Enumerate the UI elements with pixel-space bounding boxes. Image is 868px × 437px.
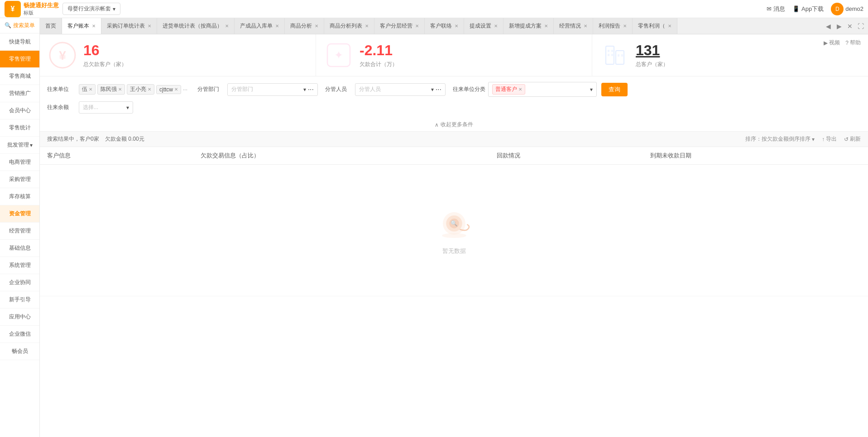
tab-close-icon[interactable]: ✕ bbox=[148, 24, 151, 28]
user-profile[interactable]: D demo2 bbox=[831, 3, 863, 15]
tab-scroll-right-button[interactable]: ▶ bbox=[834, 22, 844, 31]
tab-close-icon[interactable]: ✕ bbox=[225, 24, 229, 28]
tab-close-icon[interactable]: ✕ bbox=[315, 24, 318, 28]
sidebar-search[interactable]: 🔍 搜索菜单 bbox=[0, 18, 39, 33]
tab-customer-contact[interactable]: 客户联络 ✕ bbox=[425, 18, 464, 34]
tab-product-instock[interactable]: 产成品入库单 ✕ bbox=[235, 18, 285, 34]
tab-close-icon[interactable]: ✕ bbox=[668, 24, 671, 28]
chevron-down-icon: ▾ bbox=[303, 86, 306, 93]
stat-label-overdue-amount: 欠款合计（万） bbox=[360, 61, 398, 68]
stat-label-total-customers: 总客户（家） bbox=[636, 61, 668, 68]
query-button[interactable]: 查询 bbox=[601, 83, 628, 96]
sidebar-item-operations-mgmt[interactable]: 经营管理 bbox=[0, 223, 39, 240]
tab-commission-settings[interactable]: 提成设置 ✕ bbox=[464, 18, 504, 34]
sidebar-item-retail-mgmt[interactable]: 零售管理 bbox=[0, 51, 39, 68]
sidebar-item-member-center[interactable]: 会员中心 bbox=[0, 102, 39, 119]
filter-select-person[interactable]: 分管人员 ▾ ··· bbox=[355, 83, 446, 96]
filter-more-units[interactable]: ··· bbox=[183, 86, 187, 93]
sidebar-item-ecommerce[interactable]: 电商管理 bbox=[0, 154, 39, 171]
chevron-up-icon: ∧ bbox=[435, 122, 439, 128]
more-icon: ··· bbox=[436, 86, 441, 94]
tab-customer-ledger[interactable]: 客户账本 ✕ bbox=[62, 18, 101, 34]
store-select[interactable]: 母婴行业演示帐套 ▾ bbox=[62, 3, 120, 15]
sidebar-item-wholesale-mgmt[interactable]: 批发管理 ▾ bbox=[0, 137, 39, 154]
filter-select-dept[interactable]: 分管部门 ▾ ··· bbox=[227, 83, 318, 96]
page-content: ¥ 16 总欠款客户（家） ✦ bbox=[40, 34, 868, 437]
tag-close-normal-customer[interactable]: ✕ bbox=[518, 87, 522, 92]
message-button[interactable]: ✉ 消息 bbox=[767, 5, 785, 13]
sidebar-item-basic-info[interactable]: 基础信息 bbox=[0, 240, 39, 257]
collapse-button[interactable]: ∧ 收起更多条件 bbox=[47, 118, 861, 131]
filter-select-unit-class[interactable]: 普通客户 ✕ ▾ bbox=[488, 82, 597, 97]
col-customer-info: 客户信息 bbox=[40, 147, 193, 165]
video-link[interactable]: ▶ 视频 bbox=[824, 39, 840, 47]
col-overdue-date: 到期未收款日期 bbox=[643, 147, 868, 165]
col-repayment-status: 回款情况 bbox=[489, 147, 643, 165]
chevron-down-icon: ▾ bbox=[812, 136, 815, 142]
chevron-down-icon: ▾ bbox=[113, 6, 115, 12]
data-table: 客户信息 欠款交易信息（占比） 回款情况 到期未收款日期 bbox=[40, 147, 868, 296]
tab-close-icon[interactable]: ✕ bbox=[275, 24, 279, 28]
sidebar-item-chang-member[interactable]: 畅会员 bbox=[0, 343, 39, 360]
sidebar-item-retail-stats[interactable]: 零售统计 bbox=[0, 119, 39, 137]
sidebar-item-finance-mgmt[interactable]: 资金管理 bbox=[0, 205, 39, 223]
tag-close-chen[interactable]: ✕ bbox=[118, 87, 122, 92]
sidebar-item-retail-mall[interactable]: 零售商城 bbox=[0, 68, 39, 85]
sidebar-item-system-mgmt[interactable]: 系统管理 bbox=[0, 257, 39, 274]
main-layout: 🔍 搜索菜单 快捷导航 零售管理 零售商城 营销推广 会员中心 零售统计 批发管… bbox=[0, 18, 868, 437]
tab-goods-instock-stats[interactable]: 进货单统计表（按商品） ✕ bbox=[157, 18, 235, 34]
tab-goods-analysis[interactable]: 商品分析 ✕ bbox=[285, 18, 324, 34]
sidebar-item-newbie-guide[interactable]: 新手引导 bbox=[0, 291, 39, 309]
export-icon: ↑ bbox=[822, 136, 825, 142]
tab-close-icon[interactable]: ✕ bbox=[544, 24, 548, 28]
top-bar: ¥ 畅捷通好生意 标版 母婴行业演示帐套 ▾ ✉ 消息 📱 App下载 D de… bbox=[0, 0, 868, 18]
filter-tag-wu: 伍 ✕ bbox=[79, 84, 96, 95]
help-link[interactable]: ? 帮助 bbox=[845, 39, 861, 47]
tag-close-cjttcw[interactable]: ✕ bbox=[174, 87, 178, 92]
sort-label[interactable]: 排序：按欠款金额倒序排序 ▾ bbox=[745, 135, 815, 143]
sidebar-item-inventory[interactable]: 库存核算 bbox=[0, 188, 39, 205]
stat-card-overdue-amount: ✦ -2.11 欠款合计（万） bbox=[316, 34, 592, 76]
tab-close-all-button[interactable]: ✕ bbox=[845, 22, 854, 31]
sidebar-item-marketing[interactable]: 营销推广 bbox=[0, 85, 39, 102]
tab-close-icon[interactable]: ✕ bbox=[494, 24, 498, 28]
tab-retail-profit[interactable]: 零售利润（ ✕ bbox=[633, 18, 677, 34]
sidebar-item-purchase-mgmt[interactable]: 采购管理 bbox=[0, 171, 39, 188]
tab-purchase-order-stats[interactable]: 采购订单统计表 ✕ bbox=[101, 18, 157, 34]
sidebar-item-enterprise-collab[interactable]: 企业协同 bbox=[0, 274, 39, 291]
logo-icon: ¥ bbox=[5, 1, 21, 17]
tab-scroll-left-button[interactable]: ◀ bbox=[824, 22, 833, 31]
play-icon: ▶ bbox=[824, 40, 828, 46]
tab-profit-report[interactable]: 利润报告 ✕ bbox=[593, 18, 633, 34]
tab-close-icon[interactable]: ✕ bbox=[92, 24, 96, 28]
sidebar-item-app-center[interactable]: 应用中心 bbox=[0, 309, 39, 326]
results-bar: 搜索结果中，客户0家 欠款金额 0.00元 排序：按欠款金额倒序排序 ▾ ↑ 导… bbox=[40, 132, 868, 147]
tab-operations[interactable]: 经营情况 ✕ bbox=[554, 18, 593, 34]
tag-close-wu[interactable]: ✕ bbox=[89, 87, 92, 92]
tab-close-icon[interactable]: ✕ bbox=[623, 24, 627, 28]
refresh-button[interactable]: ↺ 刷新 bbox=[844, 135, 861, 143]
stats-row: ¥ 16 总欠款客户（家） ✦ bbox=[40, 34, 868, 76]
svg-rect-7 bbox=[611, 50, 613, 52]
tab-close-icon[interactable]: ✕ bbox=[365, 24, 369, 28]
sidebar-item-enterprise-wechat[interactable]: 企业微信 bbox=[0, 326, 39, 343]
tab-maximize-button[interactable]: ⛶ bbox=[856, 22, 865, 31]
tab-close-icon[interactable]: ✕ bbox=[455, 24, 458, 28]
tab-add-commission[interactable]: 新增提成方案 ✕ bbox=[504, 18, 554, 34]
tab-customer-tier-ops[interactable]: 客户分层经营 ✕ bbox=[374, 18, 425, 34]
filter-label-balance: 往来余额 bbox=[47, 104, 74, 111]
app-download-button[interactable]: 📱 App下载 bbox=[792, 5, 824, 13]
more-icon: ··· bbox=[308, 86, 314, 94]
svg-text:¥: ¥ bbox=[59, 48, 66, 62]
filter-select-balance[interactable]: 选择... ▾ bbox=[79, 101, 133, 114]
tab-goods-analysis-list[interactable]: 商品分析列表 ✕ bbox=[324, 18, 374, 34]
tab-close-icon[interactable]: ✕ bbox=[415, 24, 419, 28]
export-button[interactable]: ↑ 导出 bbox=[822, 135, 837, 143]
tab-close-icon[interactable]: ✕ bbox=[584, 24, 587, 28]
refresh-icon: ↺ bbox=[844, 136, 849, 142]
chevron-down-icon: ▾ bbox=[431, 86, 434, 93]
sidebar-item-quick-nav[interactable]: 快捷导航 bbox=[0, 33, 39, 51]
tab-bar: 首页 客户账本 ✕ 采购订单统计表 ✕ 进货单统计表（按商品） ✕ 产成品入库单… bbox=[40, 18, 868, 34]
tab-home[interactable]: 首页 bbox=[40, 18, 62, 34]
tag-close-wang[interactable]: ✕ bbox=[148, 87, 151, 92]
